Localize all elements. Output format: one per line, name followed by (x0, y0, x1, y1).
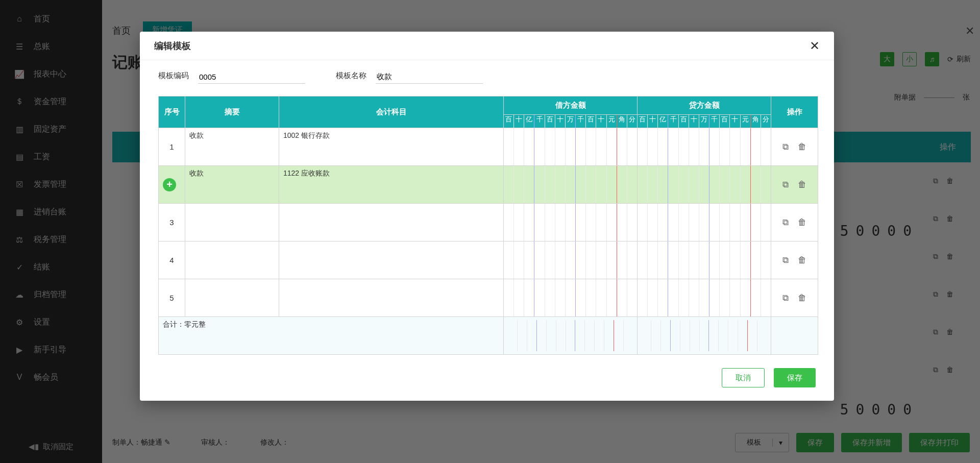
modal-footer: 取消 保存 (140, 359, 834, 401)
row-subject[interactable] (279, 279, 504, 317)
row-ops: ⧉🗑 (771, 241, 818, 279)
row-summary[interactable]: 收款 (185, 128, 279, 166)
row-index: 5 (159, 279, 185, 317)
th-debit-digits: 百十亿千百十万千百十元角分 (504, 115, 638, 128)
total-op (771, 317, 818, 355)
row-debit[interactable] (504, 279, 638, 317)
template-code-label: 模板编码 (158, 71, 189, 84)
th-summary: 摘要 (185, 96, 279, 128)
modal-header: 编辑模板 ✕ (140, 32, 834, 60)
th-op: 操作 (771, 96, 818, 128)
delete-icon[interactable]: 🗑 (798, 293, 806, 303)
row-debit[interactable] (504, 241, 638, 279)
th-subject: 会计科目 (279, 96, 504, 128)
row-credit[interactable] (638, 128, 771, 166)
row-summary[interactable] (185, 279, 279, 317)
row-debit[interactable] (504, 128, 638, 166)
row-subject[interactable]: 1002 银行存款 (279, 128, 504, 166)
row-credit[interactable] (638, 241, 771, 279)
th-credit: 贷方金额 (638, 96, 771, 115)
row-ops: ⧉🗑 (771, 279, 818, 317)
save-button[interactable]: 保存 (774, 368, 816, 387)
row-index: 4 (159, 241, 185, 279)
cancel-button[interactable]: 取消 (722, 368, 765, 387)
template-code-input[interactable] (198, 70, 305, 84)
delete-icon[interactable]: 🗑 (798, 217, 806, 228)
row-ops: ⧉🗑 (771, 128, 818, 166)
row-ops: ⧉🗑 (771, 204, 818, 241)
row-ops: ⧉🗑 (771, 166, 818, 204)
row-debit[interactable] (504, 204, 638, 241)
row-index: + (159, 166, 185, 204)
row-subject[interactable] (279, 204, 504, 241)
total-text: 合计：零元整 (159, 317, 504, 355)
copy-icon[interactable]: ⧉ (782, 217, 789, 228)
copy-icon[interactable]: ⧉ (782, 293, 789, 303)
row-debit[interactable] (504, 166, 638, 204)
th-credit-digits: 百十亿千百十万千百十元角分 (638, 115, 771, 128)
delete-icon[interactable]: 🗑 (798, 180, 806, 190)
row-index: 1 (159, 128, 185, 166)
edit-template-modal: 编辑模板 ✕ 模板编码 模板名称 序号 摘要 会计科目 (140, 32, 834, 401)
template-name-label: 模板名称 (336, 71, 366, 84)
copy-icon[interactable]: ⧉ (782, 180, 789, 190)
th-index: 序号 (159, 96, 185, 128)
total-credit (638, 317, 771, 355)
copy-icon[interactable]: ⧉ (782, 255, 789, 265)
row-credit[interactable] (638, 279, 771, 317)
total-debit (504, 317, 638, 355)
delete-icon[interactable]: 🗑 (798, 142, 806, 152)
row-subject[interactable] (279, 241, 504, 279)
add-row-button[interactable]: + (163, 178, 176, 191)
row-credit[interactable] (638, 204, 771, 241)
row-summary[interactable] (185, 204, 279, 241)
th-debit: 借方金额 (504, 96, 638, 115)
row-summary[interactable]: 收款 (185, 166, 279, 204)
modal-title: 编辑模板 (154, 40, 191, 52)
row-index: 3 (159, 204, 185, 241)
row-credit[interactable] (638, 166, 771, 204)
row-summary[interactable] (185, 241, 279, 279)
template-name-input[interactable] (376, 70, 483, 84)
delete-icon[interactable]: 🗑 (798, 255, 806, 265)
template-table: 序号 摘要 会计科目 借方金额 贷方金额 操作 百十亿千百十万千百十元角分 百十… (158, 96, 818, 355)
copy-icon[interactable]: ⧉ (782, 142, 789, 152)
close-icon[interactable]: ✕ (810, 39, 820, 53)
row-subject[interactable]: 1122 应收账款 (279, 166, 504, 204)
